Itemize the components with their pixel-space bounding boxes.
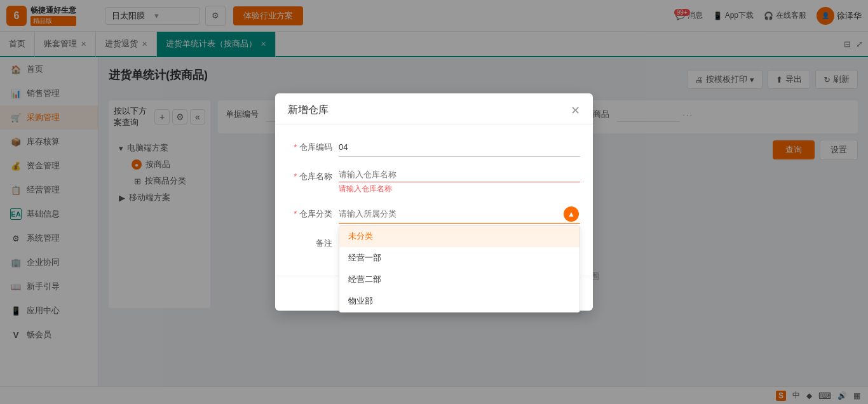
- category-label: 仓库分类: [288, 205, 332, 224]
- code-input[interactable]: [339, 138, 580, 157]
- dialog-close-button[interactable]: ✕: [571, 105, 580, 116]
- cat-option-dept3[interactable]: 物业部: [339, 290, 580, 312]
- add-warehouse-dialog: 新增仓库 ✕ 仓库编码 仓库名称 请输入仓库名称 仓库分类 ▲ 未分类 经营: [275, 93, 593, 311]
- name-error-msg: 请输入仓库名称: [339, 184, 580, 194]
- category-input[interactable]: [339, 205, 580, 224]
- category-select-wrap: ▲ 未分类 经营一部 经营二部 物业部: [339, 205, 580, 224]
- form-row-code: 仓库编码: [288, 138, 580, 157]
- cat-option-dept2[interactable]: 经营二部: [339, 269, 580, 290]
- code-label: 仓库编码: [288, 138, 332, 157]
- name-input-wrap: 请输入仓库名称: [339, 167, 580, 194]
- form-row-name: 仓库名称 请输入仓库名称: [288, 167, 580, 194]
- name-label: 仓库名称: [288, 167, 332, 186]
- form-row-category: 仓库分类 ▲ 未分类 经营一部 经营二部 物业部: [288, 205, 580, 224]
- cat-option-dept1[interactable]: 经营一部: [339, 247, 580, 269]
- cat-option-unclassified[interactable]: 未分类: [339, 226, 580, 247]
- dialog-header: 新增仓库 ✕: [275, 93, 593, 125]
- category-toggle-button[interactable]: ▲: [564, 206, 579, 222]
- name-input[interactable]: [339, 167, 580, 182]
- dialog-title: 新增仓库: [288, 104, 329, 117]
- notes-label: 备注: [288, 234, 332, 253]
- dialog-body: 仓库编码 仓库名称 请输入仓库名称 仓库分类 ▲ 未分类 经营一部 经营二部 物…: [275, 125, 593, 276]
- category-dropdown: 未分类 经营一部 经营二部 物业部: [339, 225, 580, 313]
